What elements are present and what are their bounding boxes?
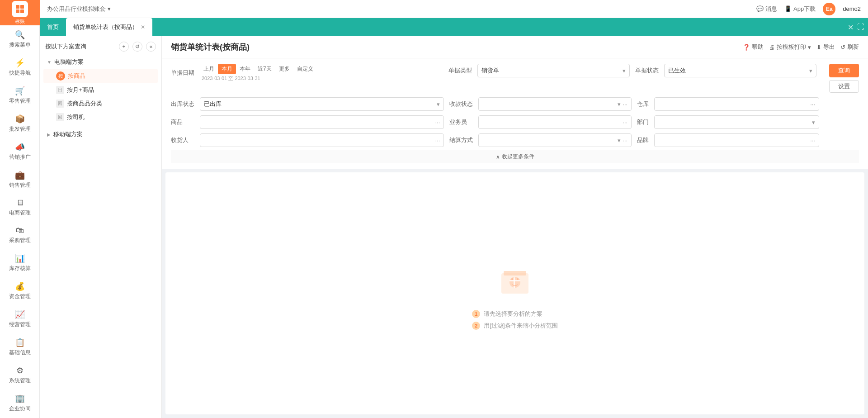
system-icon: ⚙ — [16, 366, 24, 375]
left-panel-actions: + ↺ « — [119, 42, 156, 52]
sidebar-item-quick-nav[interactable]: ⚡ 快捷导航 — [0, 53, 39, 81]
refresh-btn[interactable]: ↺ 刷新 — [840, 43, 859, 51]
tree-group-mobile-label: 移动端方案 — [53, 130, 83, 138]
brand-label: 品牌 — [637, 136, 651, 144]
sidebar-item-sales[interactable]: 💼 销售管理 — [0, 166, 39, 194]
collapse-panel-btn[interactable]: « — [146, 42, 156, 52]
filter-area: 单据日期 上月 本月 本年 近7天 更多 自定义 2023-03-01 至 20… — [162, 58, 868, 169]
export-label: 导出 — [823, 43, 835, 51]
sidebar-item-finance[interactable]: 💰 资金管理 — [0, 277, 39, 305]
sidebar-item-operation-label: 经营管理 — [9, 321, 31, 328]
page-header: 销货单统计表(按商品) ❓ 帮助 🖨 按模板打印 ▾ ⬇ — [162, 36, 868, 58]
payment-selector[interactable]: ▾ ··· — [478, 133, 632, 147]
product-label: 商品 — [171, 118, 196, 126]
doc-status-label: 单据状态 — [635, 66, 660, 75]
doc-type-value: 销货单 — [481, 66, 621, 75]
help-btn[interactable]: ❓ 帮助 — [743, 43, 764, 51]
tab-maximize-icon[interactable]: ⛶ — [857, 23, 864, 31]
tree-group-mobile-header[interactable]: ▶ 移动端方案 — [43, 128, 158, 141]
sidebar-item-basic[interactable]: 📋 基础信息 — [0, 333, 39, 361]
sidebar-item-search[interactable]: 🔍 搜索菜单 — [0, 25, 39, 53]
app-download-label: App下载 — [793, 5, 816, 13]
sidebar-item-wholesale[interactable]: 📦 批发管理 — [0, 109, 39, 138]
svg-rect-1 — [20, 5, 24, 9]
sidebar-item-marketing[interactable]: 📣 营销推广 — [0, 138, 39, 166]
template-print-btn[interactable]: 🖨 按模板打印 ▾ — [769, 43, 811, 51]
tree-group-desktop-label: 电脑端方案 — [54, 58, 84, 66]
sidebar-item-inventory[interactable]: 📊 库存核算 — [0, 249, 39, 277]
date-btn-more[interactable]: 更多 — [275, 64, 293, 74]
left-panel: 按以下方案查询 + ↺ « ▼ 电脑端方案 按 按商品 日 按月 — [40, 36, 162, 418]
basic-icon: 📋 — [15, 337, 25, 347]
tree-item-by-product[interactable]: 按 按商品 — [43, 69, 158, 83]
refresh-label: 刷新 — [847, 43, 859, 51]
date-btn-this-month[interactable]: 本月 — [218, 64, 236, 74]
recipient-selector[interactable]: ··· — [200, 133, 444, 147]
tab-sales-stats[interactable]: 销货单统计表（按商品） ✕ — [66, 18, 152, 36]
receipt-status-dots-icon: ··· — [623, 101, 627, 108]
doc-type-label: 单据类型 — [448, 66, 474, 75]
add-scheme-btn[interactable]: + — [119, 42, 129, 52]
date-btn-custom[interactable]: 自定义 — [293, 64, 317, 74]
collapse-more-btn[interactable]: ∧ 收起更多条件 — [171, 150, 859, 163]
settings-button[interactable]: 设置 — [829, 80, 859, 93]
query-button[interactable]: 查询 — [829, 64, 859, 77]
logo[interactable]: 标账 — [0, 0, 40, 25]
message-label: 消息 — [765, 5, 777, 13]
export-icon: ⬇ — [816, 44, 821, 51]
date-range-label: 2023-03-01 至 2023-03-31 — [200, 75, 443, 82]
tree-group-desktop-header[interactable]: ▼ 电脑端方案 — [43, 55, 158, 69]
topbar: 办公用品行业模拟账套 ▾ 💬 消息 📱 App下载 Ea demo2 — [40, 0, 868, 18]
tabbar: 首页 销货单统计表（按商品） ✕ ✕ ⛶ — [40, 18, 868, 36]
date-btn-7days[interactable]: 近7天 — [254, 64, 275, 74]
sidebar-nav: 🔍 搜索菜单 ⚡ 快捷导航 🛒 零售管理 📦 批发管理 📣 营销推广 💼 销售管… — [0, 25, 39, 418]
refresh-scheme-btn[interactable]: ↺ — [132, 42, 142, 52]
help-label: 帮助 — [752, 43, 764, 51]
out-status-selector[interactable]: 已出库 ▾ — [200, 97, 444, 111]
tab-home[interactable]: 首页 — [40, 18, 66, 36]
purchase-icon: 🛍 — [16, 226, 24, 235]
payment-dots-icon: ··· — [623, 137, 627, 144]
receipt-status-selector[interactable]: ▾ ··· — [478, 97, 632, 111]
sidebar-item-enterprise[interactable]: 🏢 企业协同 — [0, 389, 39, 417]
sidebar-item-purchase[interactable]: 🛍 采购管理 — [0, 221, 39, 249]
sidebar-item-system[interactable]: ⚙ 系统管理 — [0, 361, 39, 389]
doc-status-selector[interactable]: 已生效 ▾ — [664, 64, 816, 77]
tree-item-month-icon: 日 — [56, 86, 64, 94]
industry-selector[interactable]: 办公用品行业模拟账套 ▾ — [47, 5, 111, 13]
collapse-more-label: 收起更多条件 — [502, 153, 534, 161]
doc-type-selector[interactable]: 销货单 ▾ — [477, 64, 630, 77]
tree-item-by-category[interactable]: 回 按商品品分类 — [43, 97, 158, 110]
finance-icon: 💰 — [15, 281, 25, 291]
sidebar-item-finance-label: 资金管理 — [9, 293, 31, 300]
tab-close-icon[interactable]: ✕ — [141, 24, 145, 30]
topbar-right: 💬 消息 📱 App下载 Ea demo2 — [756, 3, 861, 15]
username-label: demo2 — [843, 5, 861, 12]
brand-selector[interactable]: ··· — [654, 133, 819, 147]
empty-state: 1 请先选择要分析的方案 2 用[过滤]条件来缩小分析范围 — [165, 172, 864, 414]
user-avatar[interactable]: Ea — [823, 3, 835, 15]
salesperson-selector[interactable]: ··· — [478, 115, 632, 129]
tree-item-category-icon: 回 — [56, 100, 64, 108]
tip-2-text: 用[过滤]条件来缩小分析范围 — [484, 322, 557, 330]
app-download-btn[interactable]: 📱 App下载 — [784, 5, 816, 13]
warehouse-selector[interactable]: ··· — [654, 97, 819, 111]
message-btn[interactable]: 💬 消息 — [756, 5, 777, 13]
tip-2-num: 2 — [472, 322, 480, 330]
page-actions: ❓ 帮助 🖨 按模板打印 ▾ ⬇ 导出 ↺ — [743, 43, 859, 51]
date-btn-this-year[interactable]: 本年 — [236, 64, 254, 74]
tree-item-printer-icon: 回 — [56, 113, 64, 121]
product-selector[interactable]: ··· — [200, 115, 444, 129]
page-title-row: 销货单统计表(按商品) ❓ 帮助 🖨 按模板打印 ▾ ⬇ — [171, 42, 859, 52]
tree-item-by-month-product[interactable]: 日 按月+商品 — [43, 83, 158, 97]
sidebar-item-sales-label: 销售管理 — [9, 181, 31, 189]
tree-item-by-printer[interactable]: 回 按司机 — [43, 110, 158, 124]
department-selector[interactable]: ▾ — [654, 115, 819, 129]
tab-close-window-icon[interactable]: ✕ — [848, 23, 854, 32]
export-btn[interactable]: ⬇ 导出 — [816, 43, 835, 51]
date-btn-last-month[interactable]: 上月 — [200, 64, 218, 74]
sidebar-item-retail[interactable]: 🛒 零售管理 — [0, 81, 39, 109]
sidebar-item-ecommerce[interactable]: 🖥 电商管理 — [0, 194, 39, 221]
sidebar-item-operation[interactable]: 📈 经营管理 — [0, 305, 39, 333]
help-icon: ❓ — [743, 44, 750, 51]
